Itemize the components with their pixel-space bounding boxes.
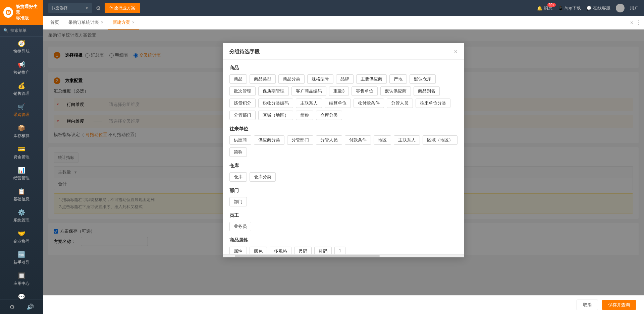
field-tag-仓库[interactable]: 仓库 <box>229 172 247 182</box>
topbar-gear-icon[interactable]: ⚙ <box>96 5 101 11</box>
tab-purchase-stats-close[interactable]: × <box>101 20 103 25</box>
sidebar-item-inventory[interactable]: 📦 库存核算 <box>0 121 43 142</box>
field-tag-重量3[interactable]: 重量3 <box>329 86 349 96</box>
field-tag-分管人员[interactable]: 分管人员 <box>316 135 342 145</box>
sidebar-item-sales[interactable]: 💰 销售管理 <box>0 79 43 100</box>
system-icon: ⚙️ <box>18 209 25 216</box>
field-tag-供应商[interactable]: 供应商 <box>229 135 251 145</box>
field-tag-往来单位分类[interactable]: 往来单位分类 <box>416 99 450 108</box>
field-tag-保质期管理[interactable]: 保质期管理 <box>258 86 289 96</box>
tab-new-plan-close[interactable]: × <box>132 20 135 25</box>
field-tag-区域（地区）[interactable]: 区域（地区） <box>258 111 293 120</box>
field-tag-业务员[interactable]: 业务员 <box>229 222 251 231</box>
sidebar-item-corp[interactable]: 🤝 企业协同 <box>0 227 43 248</box>
field-tag-仓库分类[interactable]: 仓库分类 <box>250 172 276 182</box>
field-tag-产地[interactable]: 产地 <box>389 74 407 84</box>
svg-text:畅: 畅 <box>7 11 10 14</box>
sidebar-item-basic[interactable]: 📋 基础信息 <box>0 184 43 205</box>
field-tag-仓库分类[interactable]: 仓库分类 <box>316 111 342 120</box>
field-tag-多规格[interactable]: 多规格 <box>270 247 291 254</box>
tab-new-plan[interactable]: 新建方案 × <box>108 16 139 29</box>
field-section-warehouse: 仓库仓库仓库分类 <box>229 163 458 182</box>
field-tag-尺码[interactable]: 尺码 <box>294 247 312 254</box>
field-tag-属性[interactable]: 属性 <box>229 247 247 254</box>
field-tag-批次管理[interactable]: 批次管理 <box>229 86 256 96</box>
sidebar-item-finance[interactable]: 💳 资金管理 <box>0 142 43 163</box>
settings-bottom-icon[interactable]: ⚙ <box>9 303 15 311</box>
field-tag-拣货积分[interactable]: 拣货积分 <box>229 99 256 108</box>
basic-icon: 📋 <box>18 188 25 195</box>
field-tags-partner: 供应商供应商分类分管部门分管人员付款条件地区主联系人区域（地区）简称 <box>229 135 458 157</box>
volume-bottom-icon[interactable]: 🔊 <box>26 303 34 311</box>
sidebar-item-marketing[interactable]: 📢 营销推广 <box>0 58 43 79</box>
field-tag-分管部门[interactable]: 分管部门 <box>287 135 313 145</box>
guide-icon: 🆕 <box>18 251 25 258</box>
modal-close-btn[interactable]: × <box>454 48 458 55</box>
sidebar-item-label: 经营管理 <box>13 175 30 181</box>
app-download-btn[interactable]: 📱 App下载 <box>558 5 581 11</box>
tab-home[interactable]: 首页 <box>46 16 64 29</box>
sidebar-search[interactable]: 🔍 搜索菜单 <box>0 25 43 37</box>
sidebar-item-wechat[interactable]: 💬 企业微信 <box>0 290 43 300</box>
field-tag-鞋码[interactable]: 鞋码 <box>314 247 332 254</box>
notification-badge: 99+ <box>547 3 556 7</box>
tab-close-all-btn[interactable]: × <box>630 20 633 26</box>
field-tag-品牌[interactable]: 品牌 <box>336 74 354 84</box>
field-tag-客户商品编码[interactable]: 客户商品编码 <box>291 86 326 96</box>
quick-nav-icon: 🧭 <box>18 40 25 47</box>
save-query-button[interactable]: 保存并查询 <box>602 300 636 310</box>
online-service-btn[interactable]: 💬 在线客服 <box>586 5 610 11</box>
field-tag-主要供应商[interactable]: 主要供应商 <box>356 74 387 84</box>
sidebar-item-guide[interactable]: 🆕 新手引导 <box>0 248 43 269</box>
sidebar-item-quick-nav[interactable]: 🧭 快捷导航 <box>0 37 43 58</box>
field-tag-地区[interactable]: 地区 <box>374 135 391 145</box>
notification-btn[interactable]: 🔔 消息 99+ <box>537 5 552 11</box>
field-tag-结算单位[interactable]: 结算单位 <box>325 99 351 108</box>
field-tag-供应商分类[interactable]: 供应商分类 <box>254 135 284 145</box>
field-tag-1[interactable]: 1 <box>334 247 345 254</box>
tab-purchase-stats[interactable]: 采购订单统计表 × <box>64 16 108 29</box>
field-tag-主联系人[interactable]: 主联系人 <box>296 99 322 108</box>
exp-industry-btn[interactable]: 体验行业方案 <box>105 3 140 13</box>
purchase-icon: 🛒 <box>18 103 25 111</box>
sidebar-item-label: 系统管理 <box>13 217 30 223</box>
field-tag-简称[interactable]: 简称 <box>229 147 247 157</box>
sidebar-item-operation[interactable]: 📊 经营管理 <box>0 163 43 184</box>
cancel-button[interactable]: 取消 <box>577 300 598 310</box>
field-tag-分管部门[interactable]: 分管部门 <box>229 111 256 120</box>
field-tag-商品别名[interactable]: 商品别名 <box>414 86 440 96</box>
tab-menu-btn[interactable]: ⋮ <box>636 19 641 26</box>
field-tag-颜色[interactable]: 颜色 <box>250 247 267 254</box>
sidebar-logo: 畅 畅捷通好生意 标准版 <box>0 0 43 25</box>
field-tag-零售单位[interactable]: 零售单位 <box>352 86 378 96</box>
online-service-icon: 💬 <box>586 6 592 11</box>
field-tag-商品[interactable]: 商品 <box>229 74 247 84</box>
modal-title: 分组待选字段 <box>229 49 260 55</box>
sidebar-item-label: 库存核算 <box>13 133 30 139</box>
field-tag-收付款条件[interactable]: 收付款条件 <box>354 99 384 108</box>
field-tag-部门[interactable]: 部门 <box>229 197 247 206</box>
field-tag-默认仓库[interactable]: 默认仓库 <box>410 74 436 84</box>
field-tag-商品类型[interactable]: 商品类型 <box>250 74 276 84</box>
tabs-bar: 首页 采购订单统计表 × 新建方案 × × ⋮ <box>43 16 644 29</box>
field-tag-税收分类编码[interactable]: 税收分类编码 <box>258 99 293 108</box>
sidebar-item-purchase[interactable]: 🛒 采购管理 <box>0 100 43 121</box>
sidebar-item-appcenter[interactable]: 🔲 应用中心 <box>0 269 43 290</box>
field-tag-默认供应商[interactable]: 默认供应商 <box>380 86 411 96</box>
user-avatar[interactable] <box>616 4 625 12</box>
modal-body: 商品商品商品类型商品分类规格型号品牌主要供应商产地默认仓库批次管理保质期管理客户… <box>223 60 464 254</box>
operation-icon: 📊 <box>18 167 25 174</box>
field-tag-商品分类[interactable]: 商品分类 <box>278 74 305 84</box>
hscroll-thumb[interactable] <box>235 255 380 257</box>
account-select[interactable]: 账套选择 ▼ <box>48 3 92 13</box>
modal-horizontal-scrollbar[interactable] <box>223 254 464 257</box>
sales-icon: 💰 <box>18 82 25 89</box>
field-tag-简称[interactable]: 简称 <box>296 111 313 120</box>
field-tag-分管人员[interactable]: 分管人员 <box>387 99 413 108</box>
field-tag-付款条件[interactable]: 付款条件 <box>345 135 371 145</box>
field-tag-区域（地区）[interactable]: 区域（地区） <box>423 135 458 145</box>
field-section-partner-title: 往来单位 <box>229 126 458 132</box>
field-tag-主联系人[interactable]: 主联系人 <box>394 135 420 145</box>
sidebar-item-system[interactable]: ⚙️ 系统管理 <box>0 205 43 227</box>
field-tag-规格型号[interactable]: 规格型号 <box>307 74 333 84</box>
